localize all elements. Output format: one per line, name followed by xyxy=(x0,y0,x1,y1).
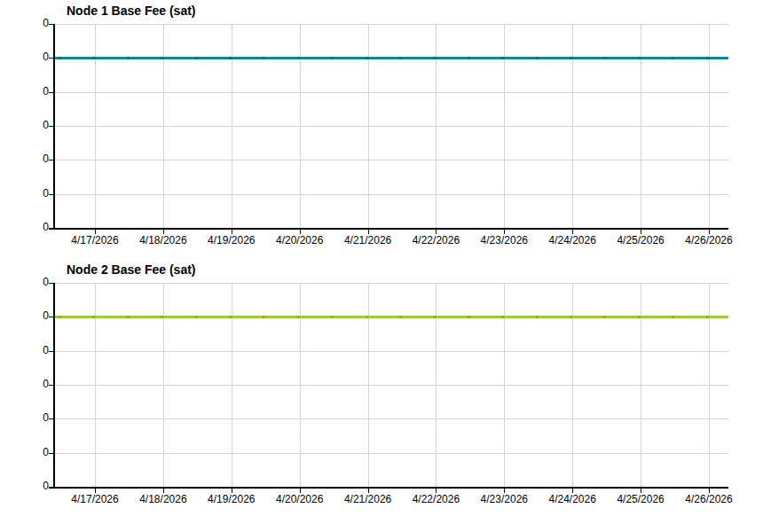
v-gridline xyxy=(232,24,232,228)
h-gridline xyxy=(55,351,728,352)
data-point-marker xyxy=(263,57,265,59)
y-tick-label: 0 xyxy=(29,276,49,289)
x-tick-label: 4/21/2026 xyxy=(336,493,400,505)
data-point-marker xyxy=(127,57,130,59)
x-tick-label: 4/25/2026 xyxy=(609,493,673,505)
data-point-marker xyxy=(501,316,504,318)
h-gridline xyxy=(55,283,728,284)
data-point-marker xyxy=(638,316,641,318)
x-tick-label: 4/21/2026 xyxy=(336,234,400,246)
data-point-marker xyxy=(92,57,95,59)
data-point-marker xyxy=(706,57,709,59)
y-axis-line xyxy=(53,24,55,230)
y-tick-label: 0 xyxy=(29,85,49,98)
x-tick-label: 4/24/2026 xyxy=(540,234,604,246)
h-gridline xyxy=(55,92,728,93)
v-gridline xyxy=(163,283,164,487)
data-point-marker xyxy=(161,316,163,318)
data-point-marker xyxy=(570,316,572,318)
y-tick-label: 0 xyxy=(29,119,49,132)
y-tick-label: 0 xyxy=(29,411,49,425)
data-point-marker xyxy=(399,316,402,318)
data-point-marker xyxy=(672,57,674,59)
v-gridline xyxy=(300,283,301,487)
y-tick-label: 0 xyxy=(29,153,49,166)
data-point-marker xyxy=(366,316,368,318)
x-tick-label: 4/23/2026 xyxy=(472,234,536,246)
x-tick-label: 4/26/2026 xyxy=(677,234,741,246)
data-point-marker xyxy=(570,57,572,59)
chart-title: Node 1 Base Fee (sat) xyxy=(67,3,196,19)
x-tick-label: 4/23/2026 xyxy=(472,493,536,505)
y-tick-label: 0 xyxy=(29,344,49,357)
v-gridline xyxy=(368,24,369,228)
data-point-marker xyxy=(366,57,368,59)
y-axis-line xyxy=(53,283,55,489)
v-gridline xyxy=(504,283,505,487)
x-tick-label: 4/19/2026 xyxy=(200,493,264,505)
h-gridline xyxy=(55,160,728,160)
v-gridline xyxy=(300,24,301,228)
y-tick-label: 0 xyxy=(29,221,49,234)
chart-title: Node 2 Base Fee (sat) xyxy=(67,262,196,278)
h-gridline xyxy=(55,194,728,195)
x-tick-label: 4/18/2026 xyxy=(131,493,195,505)
data-point-marker xyxy=(399,57,402,59)
y-tick-label: 0 xyxy=(29,309,49,323)
base-fee-charts-panel: Node 1 Base Fee (sat)00000004/17/20264/1… xyxy=(0,0,763,532)
data-point-marker xyxy=(59,316,61,318)
y-tick-label: 0 xyxy=(29,378,49,391)
h-gridline xyxy=(55,453,728,454)
data-point-marker xyxy=(331,316,334,318)
v-gridline xyxy=(572,24,573,228)
y-tick-label: 0 xyxy=(29,187,49,200)
y-tick-label: 0 xyxy=(29,480,49,493)
chart-node-2-base-fee: Node 2 Base Fee (sat)00000004/17/20264/1… xyxy=(0,259,763,532)
y-tick-label: 0 xyxy=(29,51,49,64)
v-gridline xyxy=(572,283,573,487)
h-gridline xyxy=(55,385,728,386)
v-gridline xyxy=(436,283,437,487)
data-point-marker xyxy=(161,57,163,59)
data-point-marker xyxy=(229,316,232,318)
x-tick-label: 4/19/2026 xyxy=(200,234,264,246)
data-point-marker xyxy=(92,316,95,318)
data-point-marker xyxy=(195,57,198,59)
x-axis-line xyxy=(49,487,728,489)
data-point-marker xyxy=(672,316,674,318)
data-point-marker xyxy=(59,57,61,59)
data-point-marker xyxy=(468,57,470,59)
h-gridline xyxy=(55,126,728,127)
v-gridline xyxy=(95,283,96,487)
x-tick-label: 4/17/2026 xyxy=(63,493,127,505)
series-line-node1 xyxy=(55,57,728,59)
x-tick-label: 4/25/2026 xyxy=(609,234,673,246)
v-gridline xyxy=(95,24,96,228)
v-gridline xyxy=(436,24,437,228)
h-gridline xyxy=(55,24,728,25)
v-gridline xyxy=(641,24,641,228)
x-tick-label: 4/26/2026 xyxy=(677,493,741,505)
data-point-marker xyxy=(433,316,436,318)
data-point-marker xyxy=(263,316,265,318)
x-tick-label: 4/18/2026 xyxy=(131,234,195,246)
data-point-marker xyxy=(706,316,709,318)
x-tick-label: 4/24/2026 xyxy=(540,493,604,505)
x-tick-label: 4/20/2026 xyxy=(268,493,332,505)
v-gridline xyxy=(641,283,641,487)
data-point-marker xyxy=(297,57,300,59)
data-point-marker xyxy=(433,57,436,59)
data-point-marker xyxy=(638,57,641,59)
x-axis-line xyxy=(49,228,728,230)
data-point-marker xyxy=(536,316,539,318)
x-tick-label: 4/17/2026 xyxy=(63,234,127,246)
v-gridline xyxy=(163,24,164,228)
y-tick-label: 0 xyxy=(29,17,49,30)
v-gridline xyxy=(368,283,369,487)
data-point-marker xyxy=(127,316,130,318)
data-point-marker xyxy=(501,57,504,59)
y-tick-label: 0 xyxy=(29,446,49,459)
data-point-marker xyxy=(195,316,198,318)
chart-node-1-base-fee: Node 1 Base Fee (sat)00000004/17/20264/1… xyxy=(0,0,763,259)
x-tick-label: 4/20/2026 xyxy=(268,234,332,246)
